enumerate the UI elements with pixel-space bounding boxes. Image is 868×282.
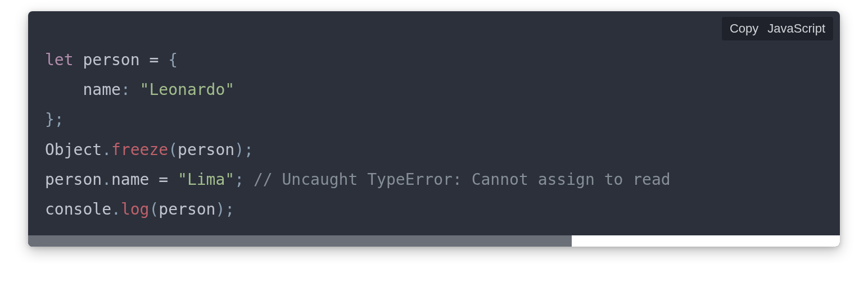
code-token-object: Object (45, 140, 102, 159)
code-token-operator: = (159, 170, 168, 189)
copy-button[interactable]: Copy (722, 19, 766, 38)
code-token-paren: ( (149, 200, 159, 219)
code-token-keyword: let (45, 51, 74, 69)
horizontal-scrollbar-track-remainder (572, 235, 840, 247)
code-toolbar: Copy JavaScript (722, 17, 833, 40)
horizontal-scrollbar-thumb[interactable] (28, 235, 572, 247)
language-label: JavaScript (766, 19, 833, 38)
code-token-dot: . (102, 170, 111, 189)
code-block-container: Copy JavaScript let person = { name: "Le… (28, 11, 840, 247)
code-content: let person = { name: "Leonardo" }; Objec… (28, 11, 840, 247)
code-token-semicolon: ; (55, 110, 64, 129)
code-token-string: "Lima" (178, 170, 234, 189)
code-token-semicolon: ; (244, 140, 254, 159)
code-token-dot: . (111, 200, 121, 219)
code-token-string: "Leonardo" (140, 80, 235, 99)
code-token-method: freeze (111, 140, 168, 159)
code-token-operator: = (149, 51, 159, 69)
code-token-argument: person (178, 140, 234, 159)
code-token-semicolon: ; (225, 200, 234, 219)
code-indent (45, 80, 83, 99)
code-token-paren: ) (215, 200, 225, 219)
horizontal-scrollbar-track[interactable] (28, 235, 840, 247)
code-token-paren: ( (168, 140, 178, 159)
code-token-property: name (83, 80, 120, 99)
code-token-object: console (45, 200, 111, 219)
code-token-brace: } (45, 110, 55, 129)
code-token-semicolon: ; (234, 170, 244, 189)
code-token-colon: : (121, 80, 130, 99)
code-token-object: person (45, 170, 102, 189)
code-token-comment: // Uncaught TypeError: Cannot assign to … (254, 170, 671, 189)
code-token-dot: . (102, 140, 111, 159)
code-token-paren: ) (234, 140, 244, 159)
code-token-method: log (121, 200, 150, 219)
code-token-argument: person (159, 200, 215, 219)
code-token-identifier: person (83, 51, 139, 69)
code-token-property: name (111, 170, 149, 189)
code-token-brace: { (168, 51, 178, 69)
